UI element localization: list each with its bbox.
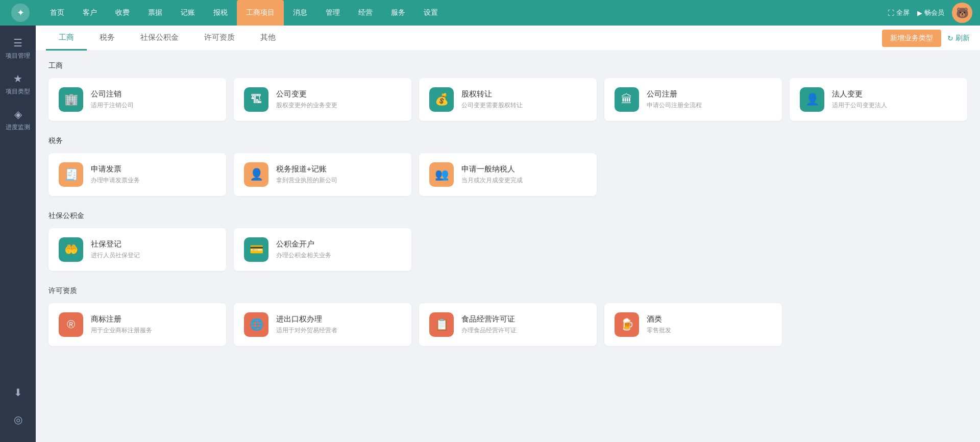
card-food-license[interactable]: 📋 食品经营许可证 办理食品经营许可证: [419, 303, 597, 346]
card-desc-company-change: 股权变更外的业务变更: [276, 101, 337, 110]
card-desc-equity-transfer: 公司变更需要股权转让: [461, 101, 523, 110]
card-legal-change[interactable]: 👤 法人变更 适用于公司变更法人: [790, 78, 967, 121]
nav-items: 首页 客户 收费 票据 记账 报税 工商项目 消息 管理 经营 服务 设置: [41, 0, 888, 26]
list-icon: ☰: [13, 37, 22, 49]
card-info-import-export: 进出口权办理 适用于对外贸易经营者: [276, 314, 337, 335]
sidebar-item-download[interactable]: ⬇: [0, 380, 36, 405]
fullscreen-label: 全屏: [896, 8, 910, 17]
cards-grid-tax: 🧾 申请发票 办理申请发票业务 👤 税务报道+记账 拿到营业执照的新公司: [48, 153, 967, 196]
card-company-cancel[interactable]: 🏢 公司注销 适用于注销公司: [48, 78, 226, 121]
right-controls: ⛶ 全屏 ▶ 畅会员 🐻: [888, 3, 980, 23]
tab-tax[interactable]: 税务: [87, 26, 128, 51]
section-title-license: 许可资质: [48, 286, 967, 296]
card-desc-alcohol: 零售批发: [647, 326, 671, 335]
card-info-alcohol: 酒类 零售批发: [647, 314, 671, 335]
sidebar-label-progress: 进度监测: [6, 123, 30, 132]
nav-item-operations[interactable]: 经营: [349, 0, 382, 26]
new-business-type-button[interactable]: 新增业务类型: [882, 30, 941, 47]
card-company-register[interactable]: 🏛 公司注册 申请公司注册全流程: [604, 78, 782, 121]
card-title-trademark: 商标注册: [91, 314, 152, 324]
nav-item-business[interactable]: 工商项目: [237, 0, 284, 26]
refresh-icon: ↻: [947, 34, 953, 42]
card-alcohol[interactable]: 🍺 酒类 零售批发: [604, 303, 782, 346]
nav-item-message[interactable]: 消息: [284, 0, 316, 26]
card-title-tax-report: 税务报道+记账: [276, 164, 337, 174]
card-title-legal-change: 法人变更: [832, 89, 887, 99]
card-title-equity-transfer: 股权转让: [461, 89, 523, 99]
card-equity-transfer[interactable]: 💰 股权转让 公司变更需要股权转让: [419, 78, 597, 121]
tab-business[interactable]: 工商: [46, 26, 87, 51]
food-license-icon: 📋: [429, 312, 454, 337]
top-navigation: ✦ 首页 客户 收费 票据 记账 报税 工商项目 消息 管理 经营 服务 设置 …: [0, 0, 980, 26]
fullscreen-button[interactable]: ⛶ 全屏: [888, 8, 910, 17]
cards-grid-social: 🤲 社保登记 进行人员社保登记 💳 公积金开户 办理公积金相关业务: [48, 228, 967, 271]
mascot-avatar[interactable]: 🐻: [952, 3, 972, 23]
sidebar-label-project-management: 项目管理: [6, 52, 30, 60]
card-trademark[interactable]: ® 商标注册 用于企业商标注册服务: [48, 303, 226, 346]
card-desc-tax-report: 拿到营业执照的新公司: [276, 176, 337, 185]
card-social-register[interactable]: 🤲 社保登记 进行人员社保登记: [48, 228, 226, 271]
nav-item-tax[interactable]: 报税: [204, 0, 237, 26]
tab-social-security[interactable]: 社保公积金: [128, 26, 191, 51]
section-license: 许可资质 ® 商标注册 用于企业商标注册服务 🌐 进出口权办理 适用于对外贸: [48, 286, 967, 346]
monitor-icon: ◈: [14, 108, 22, 120]
card-info-food-license: 食品经营许可证 办理食品经营许可证: [461, 314, 517, 335]
card-title-import-export: 进出口权办理: [276, 314, 337, 324]
card-import-export[interactable]: 🌐 进出口权办理 适用于对外贸易经营者: [234, 303, 411, 346]
section-social-security: 社保公积金 🤲 社保登记 进行人员社保登记 💳 公积金开户 办理公积金相关: [48, 211, 967, 271]
card-info-company-cancel: 公司注销 适用于注销公司: [91, 89, 134, 110]
card-desc-company-register: 申请公司注册全流程: [647, 101, 702, 110]
sidebar-bottom: ⬇ ◎: [0, 380, 36, 442]
legal-change-icon: 👤: [800, 87, 824, 112]
card-fund-open[interactable]: 💳 公积金开户 办理公积金相关业务: [234, 228, 411, 271]
logo: ✦: [5, 4, 36, 22]
card-desc-food-license: 办理食品经营许可证: [461, 326, 517, 335]
tab-bar: 工商 税务 社保公积金 许可资质 其他 新增业务类型 ↻ 刷新: [36, 26, 980, 51]
page-content: 工商 🏢 公司注销 适用于注销公司 🏗 公司变更 股权变更外的业务变更: [36, 51, 980, 442]
trademark-icon: ®: [59, 312, 83, 337]
card-company-change[interactable]: 🏗 公司变更 股权变更外的业务变更: [234, 78, 411, 121]
card-title-company-cancel: 公司注销: [91, 89, 134, 99]
tab-actions: 新增业务类型 ↻ 刷新: [882, 30, 970, 47]
company-cancel-icon: 🏢: [59, 87, 83, 112]
section-title-tax: 税务: [48, 136, 967, 145]
card-general-taxpayer[interactable]: 👥 申请一般纳税人 当月或次月成变更完成: [419, 153, 597, 196]
content-area: 工商 税务 社保公积金 许可资质 其他 新增业务类型 ↻ 刷新 工商: [36, 26, 980, 442]
card-tax-report[interactable]: 👤 税务报道+记账 拿到营业执照的新公司: [234, 153, 411, 196]
tab-other[interactable]: 其他: [248, 26, 288, 51]
section-tax: 税务 🧾 申请发票 办理申请发票业务 👤 税务报道+记账 拿到营业执照的新: [48, 136, 967, 196]
tab-license[interactable]: 许可资质: [191, 26, 248, 51]
card-desc-company-cancel: 适用于注销公司: [91, 101, 134, 110]
cards-grid-license: ® 商标注册 用于企业商标注册服务 🌐 进出口权办理 适用于对外贸易经营者: [48, 303, 967, 346]
section-business: 工商 🏢 公司注销 适用于注销公司 🏗 公司变更 股权变更外的业务变更: [48, 61, 967, 121]
nav-item-home[interactable]: 首页: [41, 0, 74, 26]
card-desc-social-register: 进行人员社保登记: [91, 251, 140, 260]
sidebar-item-progress[interactable]: ◈ 进度监测: [0, 102, 36, 138]
refresh-button[interactable]: ↻ 刷新: [947, 34, 970, 43]
cards-grid-business: 🏢 公司注销 适用于注销公司 🏗 公司变更 股权变更外的业务变更: [48, 78, 967, 121]
nav-item-customer[interactable]: 客户: [74, 0, 106, 26]
general-taxpayer-icon: 👥: [429, 162, 454, 187]
company-register-icon: 🏛: [615, 87, 639, 112]
section-title-business: 工商: [48, 61, 967, 70]
sidebar-item-project-type[interactable]: ★ 项目类型: [0, 66, 36, 102]
card-title-apply-invoice: 申请发票: [91, 164, 140, 174]
card-info-tax-report: 税务报道+记账 拿到营业执照的新公司: [276, 164, 337, 185]
nav-item-manage[interactable]: 管理: [316, 0, 349, 26]
card-title-general-taxpayer: 申请一般纳税人: [461, 164, 523, 174]
card-info-trademark: 商标注册 用于企业商标注册服务: [91, 314, 152, 335]
card-title-food-license: 食品经营许可证: [461, 314, 517, 324]
nav-item-invoice[interactable]: 票据: [139, 0, 172, 26]
card-apply-invoice[interactable]: 🧾 申请发票 办理申请发票业务: [48, 153, 226, 196]
member-label: 畅会员: [924, 8, 944, 17]
sidebar-item-location[interactable]: ◎: [0, 407, 36, 432]
nav-item-settings[interactable]: 设置: [414, 0, 447, 26]
member-button[interactable]: ▶ 畅会员: [917, 8, 944, 17]
card-info-fund-open: 公积金开户 办理公积金相关业务: [276, 239, 331, 260]
import-export-icon: 🌐: [244, 312, 268, 337]
nav-item-accounting[interactable]: 记账: [172, 0, 204, 26]
nav-item-fee[interactable]: 收费: [106, 0, 139, 26]
nav-item-service[interactable]: 服务: [382, 0, 414, 26]
card-info-apply-invoice: 申请发票 办理申请发票业务: [91, 164, 140, 185]
sidebar-item-project-management[interactable]: ☰ 项目管理: [0, 31, 36, 66]
